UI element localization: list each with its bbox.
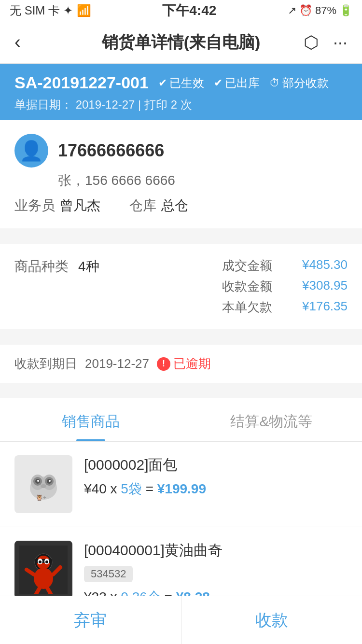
page-title: 销货单详情(来自电脑) bbox=[102, 31, 261, 54]
stats-section: 商品种类 4种 成交金额 ¥485.30 收款金额 ¥308.95 本单欠款 ¥… bbox=[0, 244, 362, 329]
svg-point-9 bbox=[41, 484, 46, 488]
customer-phone: 17666666666 bbox=[58, 140, 164, 161]
price-qty-1: 5袋 bbox=[121, 481, 142, 496]
customer-section: 👤 17666666666 张，156 6666 6666 业务员 曾凡杰 仓库… bbox=[0, 120, 362, 228]
bottom-bar: 弃审 收款 bbox=[0, 596, 362, 644]
deal-amount-label: 成交金额 bbox=[222, 257, 272, 274]
product-image-2 bbox=[19, 546, 68, 594]
overdue-badge: ! 已逾期 bbox=[157, 355, 211, 372]
tab-settlement-label: 结算&物流等 bbox=[230, 413, 312, 429]
signal-text: 无 SIM 卡 ✦ bbox=[10, 3, 73, 18]
date-label: 单据日期： bbox=[14, 98, 72, 111]
order-date: 2019-12-27 bbox=[76, 98, 135, 111]
back-button[interactable]: ‹ bbox=[14, 27, 28, 57]
owl-icon: 🦉+ bbox=[24, 465, 63, 504]
avatar: 👤 bbox=[14, 134, 48, 168]
due-date-value: 2019-12-27 bbox=[85, 356, 149, 371]
debt-amount-label: 本单欠款 bbox=[222, 299, 272, 316]
battery-icon: 🔋 bbox=[339, 4, 352, 17]
stats-right: 成交金额 ¥485.30 收款金额 ¥308.95 本单欠款 ¥176.35 bbox=[222, 257, 348, 316]
product-tag-2: 534532 bbox=[84, 566, 133, 582]
status-right: ↗ ⏰ 87% 🔋 bbox=[288, 4, 352, 17]
tab-sales-products[interactable]: 销售商品 bbox=[0, 398, 181, 441]
svg-point-8 bbox=[49, 480, 51, 482]
svg-text:🦉+: 🦉+ bbox=[36, 494, 46, 501]
product-thumb-2 bbox=[14, 541, 72, 599]
product-info-1: [0000002]面包 ¥40 x 5袋 = ¥199.99 bbox=[84, 455, 348, 498]
separator-3 bbox=[0, 383, 362, 391]
product-list: 🦉+ [0000002]面包 ¥40 x 5袋 = ¥199.99 bbox=[0, 442, 362, 620]
alarm-icon: ⏰ bbox=[299, 4, 312, 17]
avatar-icon: 👤 bbox=[19, 140, 43, 162]
banner-date-row: 单据日期： 2019-12-27 | 打印 2 次 bbox=[14, 97, 348, 112]
product-price-1: ¥40 x 5袋 = ¥199.99 bbox=[84, 480, 348, 498]
order-id: SA-20191227-001 bbox=[14, 73, 149, 92]
price-eq-1: = bbox=[146, 481, 157, 496]
cancel-audit-label: 弃审 bbox=[74, 609, 107, 631]
cancel-audit-button[interactable]: 弃审 bbox=[0, 596, 181, 644]
due-date-section: 收款到期日 2019-12-27 ! 已逾期 bbox=[0, 345, 362, 383]
location-icon: ↗ bbox=[288, 4, 296, 17]
svg-rect-14 bbox=[35, 559, 52, 563]
receipt-button[interactable]: 收款 bbox=[181, 596, 362, 644]
product-name-2: [000400001]黄油曲奇 bbox=[84, 541, 348, 560]
tabs-row: 销售商品 结算&物流等 bbox=[0, 398, 362, 441]
sales-label: 业务员 bbox=[14, 196, 55, 215]
overdue-text: 已逾期 bbox=[173, 355, 211, 372]
product-thumb-1: 🦉+ bbox=[14, 455, 72, 513]
nav-actions: ⬡ ··· bbox=[304, 32, 348, 53]
debt-amount-row: 本单欠款 ¥176.35 bbox=[222, 299, 348, 316]
order-banner: SA-20191227-001 ✔ 已生效 ✔ 已出库 ⏱ 部分收款 单据日期：… bbox=[0, 64, 362, 120]
wifi-icon: 📶 bbox=[77, 4, 91, 17]
banner-row1: SA-20191227-001 ✔ 已生效 ✔ 已出库 ⏱ 部分收款 bbox=[14, 73, 348, 92]
receipt-amount-row: 收款金额 ¥308.95 bbox=[222, 278, 348, 295]
sales-value: 曾凡杰 bbox=[60, 196, 100, 215]
customer-row: 👤 17666666666 bbox=[14, 134, 348, 168]
price-total-1: ¥199.99 bbox=[157, 481, 206, 496]
separator-2 bbox=[0, 337, 362, 345]
overdue-icon: ! bbox=[157, 357, 170, 371]
product-item-1[interactable]: 🦉+ [0000002]面包 ¥40 x 5袋 = ¥199.99 bbox=[0, 442, 362, 527]
price-x-1: x bbox=[111, 481, 121, 496]
receipt-amount-label: 收款金额 bbox=[222, 278, 272, 295]
status-badge-1: ✔ 已生效 bbox=[158, 75, 204, 91]
warehouse-label: 仓库 bbox=[129, 196, 156, 215]
separator-1 bbox=[0, 236, 362, 244]
tabs-section: 销售商品 结算&物流等 bbox=[0, 398, 362, 442]
tab-sales-label: 销售商品 bbox=[62, 413, 120, 429]
deal-amount-value: ¥485.30 bbox=[302, 257, 348, 274]
status-badge-2: ✔ 已出库 bbox=[214, 75, 260, 91]
more-icon[interactable]: ··· bbox=[333, 32, 348, 53]
deal-amount-row: 成交金额 ¥485.30 bbox=[222, 257, 348, 274]
status-badge-3: ⏱ 部分收款 bbox=[269, 75, 329, 91]
share-icon[interactable]: ⬡ bbox=[304, 32, 319, 53]
nav-bar: ‹ 销货单详情(来自电脑) ⬡ ··· bbox=[0, 21, 362, 64]
tab-settlement[interactable]: 结算&物流等 bbox=[181, 398, 362, 441]
warehouse-value: 总仓 bbox=[161, 196, 188, 215]
product-kind-label: 商品种类 bbox=[14, 257, 69, 276]
warehouse-info: 仓库 总仓 bbox=[129, 196, 188, 215]
status-bar: 无 SIM 卡 ✦ 📶 下午4:42 ↗ ⏰ 87% 🔋 bbox=[0, 0, 362, 21]
product-name-1: [0000002]面包 bbox=[84, 455, 348, 475]
product-kind-value: 4种 bbox=[78, 257, 99, 276]
status-time: 下午4:42 bbox=[162, 1, 216, 20]
debt-amount-value: ¥176.35 bbox=[302, 299, 348, 316]
status-left: 无 SIM 卡 ✦ 📶 bbox=[10, 3, 91, 18]
svg-point-17 bbox=[39, 560, 42, 563]
svg-point-18 bbox=[45, 560, 48, 563]
svg-point-19 bbox=[34, 568, 53, 589]
customer-sub-info: 张，156 6666 6666 bbox=[58, 171, 348, 190]
svg-point-7 bbox=[37, 480, 39, 482]
due-date-label: 收款到期日 bbox=[14, 355, 77, 372]
battery-text: 87% bbox=[315, 4, 336, 17]
print-info: | 打印 2 次 bbox=[138, 98, 192, 111]
clock-icon: ⏱ bbox=[269, 77, 280, 89]
customer-meta: 业务员 曾凡杰 仓库 总仓 bbox=[14, 196, 348, 215]
price-base-1: ¥40 bbox=[84, 481, 107, 496]
check-icon-1: ✔ bbox=[158, 77, 167, 89]
sales-info: 业务员 曾凡杰 bbox=[14, 196, 100, 215]
stats-left: 商品种类 4种 bbox=[14, 257, 222, 276]
receipt-amount-value: ¥308.95 bbox=[302, 278, 348, 295]
check-icon-2: ✔ bbox=[214, 77, 223, 89]
receipt-label: 收款 bbox=[255, 609, 288, 631]
